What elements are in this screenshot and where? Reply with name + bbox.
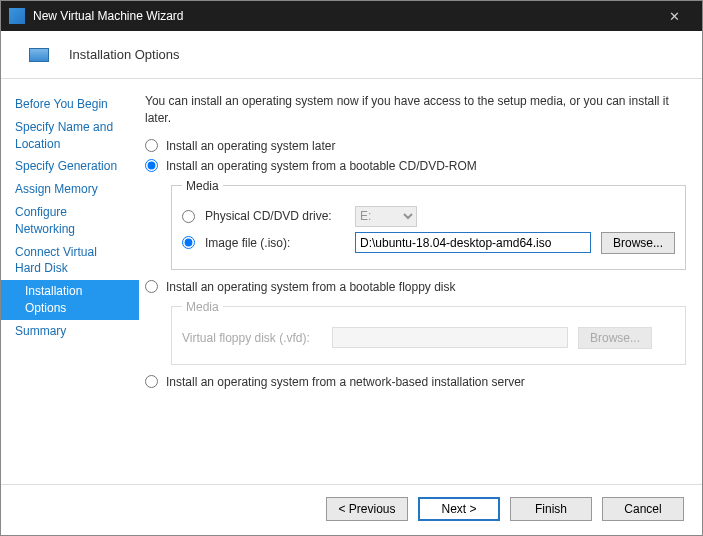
option-install-later[interactable]: Install an operating system later: [145, 139, 686, 153]
label-install-cd: Install an operating system from a boota…: [166, 159, 477, 173]
sidebar-item-connect-vhd[interactable]: Connect Virtual Hard Disk: [1, 241, 139, 281]
browse-floppy-button: Browse...: [578, 327, 652, 349]
next-button[interactable]: Next >: [418, 497, 500, 521]
sidebar-item-before-you-begin[interactable]: Before You Begin: [1, 93, 139, 116]
previous-button[interactable]: < Previous: [326, 497, 408, 521]
option-install-floppy[interactable]: Install an operating system from a boota…: [145, 280, 686, 294]
media-group-cd: Media Physical CD/DVD drive: E: Image fi…: [171, 179, 686, 270]
sidebar-item-specify-generation[interactable]: Specify Generation: [1, 155, 139, 178]
wizard-footer: < Previous Next > Finish Cancel: [1, 484, 702, 535]
label-install-later: Install an operating system later: [166, 139, 335, 153]
row-physical-drive: Physical CD/DVD drive: E:: [182, 206, 675, 227]
sidebar-item-assign-memory[interactable]: Assign Memory: [1, 178, 139, 201]
radio-install-cd[interactable]: [145, 159, 158, 172]
input-floppy-path: [332, 327, 568, 348]
radio-install-network[interactable]: [145, 375, 158, 388]
radio-image-file[interactable]: [182, 236, 195, 249]
wizard-sidebar: Before You Begin Specify Name and Locati…: [1, 79, 139, 484]
media-legend: Media: [182, 179, 223, 193]
media-legend-floppy: Media: [182, 300, 223, 314]
finish-button[interactable]: Finish: [510, 497, 592, 521]
wizard-content: You can install an operating system now …: [139, 79, 702, 484]
row-image-file: Image file (.iso): Browse...: [182, 232, 675, 254]
sidebar-item-summary[interactable]: Summary: [1, 320, 139, 343]
radio-physical-drive[interactable]: [182, 210, 195, 223]
sidebar-item-installation-options[interactable]: Installation Options: [1, 280, 139, 320]
radio-install-later[interactable]: [145, 139, 158, 152]
row-floppy: Virtual floppy disk (.vfd): Browse...: [182, 327, 675, 349]
monitor-icon: [29, 48, 49, 62]
label-floppy: Virtual floppy disk (.vfd):: [182, 331, 322, 345]
label-install-network: Install an operating system from a netwo…: [166, 375, 525, 389]
option-install-network[interactable]: Install an operating system from a netwo…: [145, 375, 686, 389]
label-install-floppy: Install an operating system from a boota…: [166, 280, 456, 294]
sidebar-item-configure-networking[interactable]: Configure Networking: [1, 201, 139, 241]
wizard-header: Installation Options: [1, 31, 702, 74]
cancel-button[interactable]: Cancel: [602, 497, 684, 521]
input-image-path[interactable]: [355, 232, 591, 253]
select-physical-drive[interactable]: E:: [355, 206, 417, 227]
close-icon[interactable]: ✕: [654, 9, 694, 24]
wizard-body: Before You Begin Specify Name and Locati…: [1, 79, 702, 484]
option-install-cd[interactable]: Install an operating system from a boota…: [145, 159, 686, 173]
label-image-file: Image file (.iso):: [205, 236, 345, 250]
media-group-floppy: Media Virtual floppy disk (.vfd): Browse…: [171, 300, 686, 365]
titlebar: New Virtual Machine Wizard ✕: [1, 1, 702, 31]
browse-iso-button[interactable]: Browse...: [601, 232, 675, 254]
radio-install-floppy[interactable]: [145, 280, 158, 293]
app-icon: [9, 8, 25, 24]
sidebar-item-specify-name[interactable]: Specify Name and Location: [1, 116, 139, 156]
window-title: New Virtual Machine Wizard: [33, 9, 654, 23]
intro-text: You can install an operating system now …: [145, 93, 686, 127]
page-title: Installation Options: [69, 47, 180, 62]
label-physical-drive: Physical CD/DVD drive:: [205, 209, 345, 223]
